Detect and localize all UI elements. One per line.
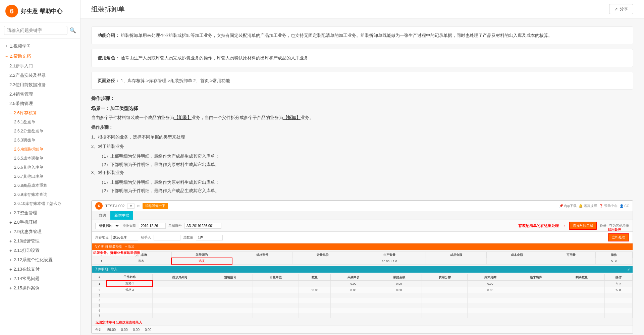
nav-sub-label: 2.4销售管理 — [9, 91, 33, 97]
sidebar-item-s266[interactable]: 2.6.6其他入库单 — [0, 163, 80, 172]
sidebar-item-sale[interactable]: 2.4销售管理 — [0, 90, 80, 99]
plus-icon: + — [9, 211, 12, 216]
step3b: （2）下部明细为子件明细，最终作为产成品生成其它入库单。 — [91, 187, 633, 195]
sidebar-item-print[interactable]: + 2.11打印设置 — [0, 246, 80, 255]
mock-td — [207, 280, 253, 287]
sidebar-item-s268[interactable]: 2.6.8商品成本重算 — [0, 181, 80, 190]
ops-title: 操作步骤： — [91, 96, 633, 102]
plus-icon: + — [9, 248, 12, 253]
search-input[interactable] — [4, 26, 67, 35]
nav-sub-label: 2.14常见问题 — [14, 276, 40, 282]
mock-confirm-btn[interactable]: 选择对照单据 — [569, 222, 597, 230]
sidebar-item-manage[interactable]: + 2.10经营管理 — [0, 236, 80, 246]
main-area: 组装拆卸单 ↗ 分享 功能介绍： 组装拆卸单用来处理企业组装或拆卸等加工业务，支… — [80, 0, 644, 335]
mock-no-label: 单据编号 — [168, 223, 182, 228]
mock-enable-btn[interactable]: 立即处理 — [608, 233, 629, 241]
top-bar: 组装拆卸单 ↗ 分享 — [80, 0, 644, 18]
mock-handler-input[interactable] — [154, 235, 180, 240]
sidebar-item-s261[interactable]: 2.6.1盘点单 — [0, 118, 80, 127]
mock-td — [559, 280, 604, 287]
sidebar-item-docs[interactable]: − 2.帮助文档 — [0, 51, 80, 61]
mock-nav-item: 📌 App下载 — [559, 204, 577, 208]
mock-td: 0.00 — [330, 280, 376, 287]
mock-td — [486, 258, 547, 264]
nav-sub-label: 2.7资金管理 — [14, 210, 37, 216]
sidebar-item-s262[interactable]: 2.6.2分量盘点单 — [0, 127, 80, 136]
nav-sub-label: 2.2产品安装及登录 — [9, 72, 46, 78]
mock-th: 可用量 — [547, 252, 595, 258]
mock-th: 子件名称 — [107, 274, 152, 281]
mock-ann1: 有装配清单的在这里处理 — [518, 223, 559, 228]
mock-outer-wrap: 6 TEST-H002 ▼ ⟳ 消息通知一下 📌 App下载 🔔 运营提醒 ❓ … — [92, 201, 633, 334]
sidebar-item-coupon[interactable]: + 2.9优惠券管理 — [0, 227, 80, 236]
sidebar-item-s2610[interactable]: 2.6.10库存账本错了怎么办 — [0, 199, 80, 208]
sidebar-item-s267[interactable]: 2.6.7其他出库单 — [0, 172, 80, 181]
nav-sub-label: 2.1新手入门 — [9, 63, 33, 69]
mock-th: 采购单价 — [330, 274, 376, 281]
mock-th: 规格型号 — [232, 252, 292, 258]
mock-toolbar-btn: 消息通知一下 — [143, 203, 168, 209]
sidebar-item-stock[interactable]: − 2.6库存核算 — [0, 108, 80, 118]
nav-sub-label: 2.3使用前数据准备 — [9, 82, 46, 88]
mock-td: 0.00 — [376, 287, 422, 293]
nav-sub-label: 2.6库存核算 — [14, 110, 37, 116]
sidebar-item-data[interactable]: 2.3使用前数据准备 — [0, 80, 80, 90]
sidebar-item-s265[interactable]: 2.6.5成本调整单 — [0, 154, 80, 163]
mock-nav-item3: ❓ 帮助中心 — [599, 204, 618, 208]
mock-top-table: # 父件名称 父件编码 规格型号 计量单位 生产数量 成品金额 成本金额 可用量… — [92, 252, 633, 265]
sidebar-item-mobile[interactable]: + 2.8手机旺铺 — [0, 218, 80, 227]
mock-type-select[interactable]: 组装拆卸 组装 拆卸 — [95, 223, 120, 229]
mock-placeholder: 备份 — [600, 223, 606, 228]
scene1-desc: 当由多个子件材料组装成一个成品的业务为【组装】业务，当由一个父件拆分成多个子产品… — [91, 114, 633, 122]
sidebar-item-s264[interactable]: 2.6.4组装拆卸单 — [0, 145, 80, 154]
intro-block: 功能介绍： 组装拆卸单用来处理企业组装或拆卸等加工业务，支持有固定装配清单的产品… — [91, 26, 633, 44]
nav-subsub-label: 2.6.3调拨单 — [14, 138, 35, 143]
sidebar-item-faq[interactable]: + 2.14常见问题 — [0, 274, 80, 283]
app-mock: 6 TEST-H002 ▼ ⟳ 消息通知一下 📌 App下载 🔔 运营提醒 ❓ … — [92, 201, 633, 334]
mock-tab-zg[interactable]: 自购 — [95, 211, 110, 220]
nav-sub-label: 2.12系统个性化设置 — [14, 257, 53, 263]
share-icon: ↗ — [614, 7, 618, 12]
mock-date-input[interactable] — [139, 223, 166, 229]
mock-td — [299, 280, 330, 287]
mock-footer-amount: 0.00 — [121, 328, 127, 332]
mock-handler-label: 经手人 — [141, 235, 151, 240]
mock-expand-icon: ⤢ — [627, 268, 630, 271]
nav-sub-label: 2.15操作案例 — [14, 285, 40, 291]
mock-th: 期末分摊 — [468, 274, 513, 281]
mock-import-label: 导入 — [111, 267, 117, 272]
mock-th: 数量 — [299, 274, 330, 281]
mock-tab-new[interactable]: 新增单据 — [110, 211, 133, 220]
table-row: 5 — [92, 303, 633, 308]
sidebar-item-purchase[interactable]: 2.5采购管理 — [0, 99, 80, 108]
share-button[interactable]: ↗ 分享 — [609, 4, 633, 14]
sidebar-item-s269[interactable]: 2.6.9库存账本查询 — [0, 190, 80, 199]
sidebar-item-install[interactable]: 2.2产品安装及登录 — [0, 71, 80, 80]
sidebar-item-video[interactable]: + 1.视频学习 — [0, 41, 80, 51]
sidebar-item-pay[interactable]: + 2.13在线支付 — [0, 265, 80, 274]
sidebar-item-s263[interactable]: 2.6.3调拨单 — [0, 136, 80, 145]
mock-td — [422, 287, 468, 293]
nav-tree: + 1.视频学习 − 2.帮助文档 2.1新手入门 2.2产品安装及登录 2.3… — [0, 39, 80, 335]
sidebar-item-settings[interactable]: + 2.12系统个性化设置 — [0, 255, 80, 265]
mock-ann4: 无固定清单可以在这里直接录入 — [92, 320, 633, 326]
mock-td: ✎ ✕ — [604, 280, 632, 287]
search-button[interactable]: 🔍 — [69, 27, 76, 34]
sidebar-item-cases[interactable]: + 2.15操作案例 — [0, 283, 80, 293]
sidebar-item-finance[interactable]: + 2.7资金管理 — [0, 208, 80, 218]
mock-warehouse-input[interactable] — [111, 235, 138, 240]
table-row: 6 — [92, 308, 633, 313]
mock-th: 成品金额 — [426, 252, 486, 258]
mock-td: 1 — [92, 258, 111, 264]
intro-label: 功能介绍： — [98, 33, 119, 38]
mock-td — [153, 280, 207, 287]
nav-subsub-label: 2.6.6其他入库单 — [14, 165, 43, 170]
mock-qty-input[interactable] — [196, 235, 223, 240]
nav-subsub-label: 2.6.7其他出库单 — [14, 174, 43, 179]
mock-company: TEST-H002 — [105, 204, 124, 208]
mock-no-input[interactable] — [184, 223, 221, 229]
mock-th: 采购金额 — [376, 274, 422, 281]
mock-th: # — [92, 274, 107, 281]
sidebar-item-new[interactable]: 2.1新手入门 — [0, 61, 80, 71]
mock-td: 10.00 + 1.0 — [353, 258, 426, 264]
